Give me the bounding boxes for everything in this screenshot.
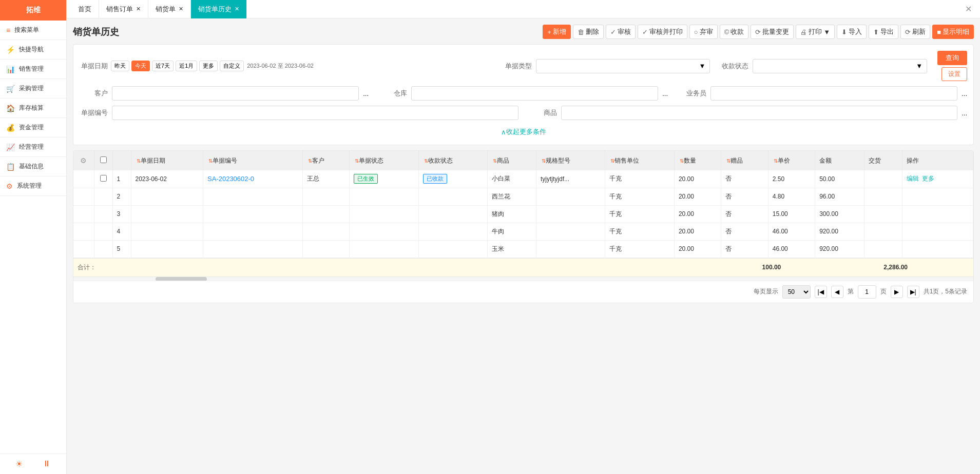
checkbox-cell[interactable] [94,240,112,258]
delete-button[interactable]: 🗑 删除 [573,25,604,39]
sidebar-item-sys-mgmt[interactable]: ⚙ 系统管理 [0,176,66,196]
doc-type-select[interactable]: ▼ [536,59,710,73]
goods-cell: 牛肉 [488,223,536,240]
customer-input[interactable] [112,86,359,101]
collect-status-col-header[interactable]: ⇅收款状态 [418,151,487,170]
sidebar-item-funds-mgmt[interactable]: 💰 资金管理 [0,118,66,137]
print-button[interactable]: 🖨 打印 ▼ [796,25,835,39]
edit-action-button[interactable]: 编辑 [907,175,919,182]
sales-unit-col-header[interactable]: ⇅销售单位 [605,151,674,170]
tab-home[interactable]: 首页 [71,0,99,18]
tab-sales-goods[interactable]: 销货单 ✕ [148,0,191,18]
audit-print-button[interactable]: ✓ 审核并打印 [638,25,687,39]
audit-button[interactable]: ✓ 审核 [606,25,636,39]
gift-cell: 否 [721,188,768,205]
date-btn-custom[interactable]: 自定义 [220,61,244,71]
doc-status-col-header[interactable]: ⇅单据状态 [350,151,418,170]
doc-no-cell[interactable] [203,188,303,205]
purchase-mgmt-icon: 🛒 [6,85,15,93]
date-btn-yesterday[interactable]: 昨天 [111,61,129,71]
sales-unit-cell: 千克 [605,240,674,258]
doc-no-cell[interactable]: SA-20230602-0 [203,170,303,188]
last-page-button[interactable]: ▶| [907,286,919,298]
quantity-col-header[interactable]: ⇅数量 [674,151,721,170]
date-btn-more[interactable]: 更多 [199,61,218,71]
doc-no-cell[interactable] [203,240,303,258]
sidebar-item-ops-mgmt[interactable]: 📈 经营管理 [0,137,66,157]
new-button[interactable]: + 新增 [543,25,571,39]
customer-dots[interactable]: ... [363,90,369,97]
date-btn-1month[interactable]: 近1月 [176,61,197,71]
unit-price-col-header[interactable]: ⇅单价 [768,151,815,170]
warehouse-dots[interactable]: ... [662,90,668,97]
search-row-1: 单据日期 昨天 今天 近7天 近1月 更多 自定义 2023-06-02 至 2… [80,51,967,81]
staff-input[interactable] [710,86,957,101]
quantity-cell: 20.00 [674,170,721,188]
settings-gear-icon[interactable]: ⚙ [80,156,87,165]
tab-close-sales-history[interactable]: ✕ [235,6,239,12]
import-button[interactable]: ⬇ 导入 [837,25,867,39]
doc-no-input[interactable] [112,106,518,120]
collect-button[interactable]: © 收款 [720,25,749,39]
date-btn-today[interactable]: 今天 [131,61,150,71]
tab-sales-order[interactable]: 销售订单 ✕ [99,0,148,18]
export-button[interactable]: ⬆ 导出 [869,25,898,39]
tab-sales-history[interactable]: 销货单历史 ✕ [191,0,247,18]
first-page-button[interactable]: |◀ [815,286,827,298]
page-number-input[interactable] [858,285,876,299]
collapse-button[interactable]: ∧ 收起更多条件 [80,125,967,139]
sidebar-bottom-icon-2[interactable]: ⏸ [43,459,51,469]
customer-col-header[interactable]: ⇅客户 [302,151,349,170]
staff-dots[interactable]: ... [962,90,967,97]
collect-status-select[interactable]: ▼ [753,59,927,73]
sidebar-item-inventory[interactable]: 🏠 库存核算 [0,98,66,118]
refresh-button[interactable]: ⟳ 刷新 [900,25,930,39]
query-button[interactable]: 查询 [937,51,967,65]
spec-col-header[interactable]: ⇅规格型号 [536,151,605,170]
date-col-header[interactable]: ⇅单据日期 [131,151,203,170]
settings-col-header[interactable]: ⚙ [73,151,94,170]
tab-close-sales-goods[interactable]: ✕ [179,6,183,12]
doc-no-cell[interactable] [203,223,303,240]
doc-no-cell[interactable] [203,205,303,223]
checkbox-cell[interactable] [94,205,112,223]
sidebar-item-sales-mgmt[interactable]: 📊 销售管理 [0,60,66,79]
settings-cell [73,205,94,223]
prev-page-button[interactable]: ◀ [831,286,843,298]
abandon-icon: ○ [694,28,698,36]
seq-cell: 3 [112,205,131,223]
action-cell [902,205,973,223]
checkbox-cell[interactable] [94,170,112,188]
date-btn-7days[interactable]: 近7天 [152,61,174,71]
goods-dots[interactable]: ... [962,109,967,117]
horizontal-scrollbar[interactable] [73,276,973,281]
sidebar-item-basic-info[interactable]: 📋 基础信息 [0,157,66,176]
sidebar-item-quick-nav[interactable]: ⚡ 快捷导航 [0,40,66,60]
sidebar-item-purchase-mgmt[interactable]: 🛒 采购管理 [0,79,66,98]
abandon-button[interactable]: ○ 弃审 [689,25,718,39]
sidebar-bottom-icon-1[interactable]: ☀ [15,459,23,469]
gift-col-header[interactable]: ⇅赠品 [721,151,768,170]
show-detail-button[interactable]: ■ 显示明细 [932,25,974,39]
goods-input[interactable] [561,106,958,120]
select-all-checkbox[interactable] [100,156,107,163]
gift-cell: 否 [721,240,768,258]
tab-close-sales-order[interactable]: ✕ [136,6,141,12]
batch-change-button[interactable]: ⟳ 批量变更 [751,25,794,39]
doc-status-cell: 已生效 [350,170,418,188]
close-all-tabs-button[interactable]: ✕ [961,4,976,14]
spec-cell [536,240,605,258]
next-page-button[interactable]: ▶ [891,286,903,298]
checkbox-cell[interactable] [94,223,112,240]
sidebar-item-search-menu[interactable]: ≡ 搜索菜单 [0,21,66,40]
more-action-button[interactable]: 更多 [922,175,934,182]
doc-no-link[interactable]: SA-20230602-0 [207,175,254,183]
set-button[interactable]: 设置 [941,67,967,81]
row-checkbox[interactable] [100,175,107,182]
checkbox-cell[interactable] [94,188,112,205]
transaction-cell [864,205,902,223]
per-page-select[interactable]: 50 100 200 [782,285,811,299]
doc-no-col-header[interactable]: ⇅单据编号 [203,151,303,170]
warehouse-input[interactable] [411,86,658,101]
goods-col-header[interactable]: ⇅商品 [488,151,536,170]
